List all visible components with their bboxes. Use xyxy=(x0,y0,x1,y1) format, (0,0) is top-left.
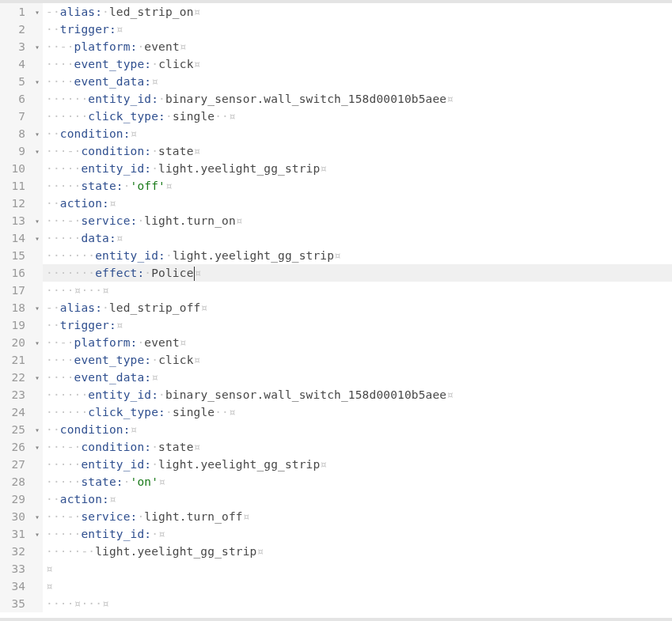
code-line[interactable]: 2··trigger:¤ xyxy=(0,21,672,38)
fold-toggle-icon[interactable]: ▾ xyxy=(32,125,43,142)
fold-toggle-icon[interactable]: ▾ xyxy=(32,525,43,543)
fold-toggle-icon[interactable]: ▾ xyxy=(32,508,43,525)
code-content[interactable]: ·····data:¤ xyxy=(43,229,672,247)
code-content[interactable]: ··-·platform:·event¤ xyxy=(43,38,672,55)
token-key: : xyxy=(144,458,151,471)
code-content[interactable]: -·alias:·led_strip_on¤ xyxy=(43,3,672,21)
code-content[interactable]: ·····entity_id:·¤ xyxy=(43,525,672,543)
line-number: 11 xyxy=(0,177,32,195)
code-line[interactable]: 4····event_type:·click¤ xyxy=(0,55,672,73)
code-line[interactable]: 29··action:¤ xyxy=(0,490,672,508)
code-line[interactable]: 15·······entity_id:·light.yeelight_gg_st… xyxy=(0,247,672,264)
code-content[interactable]: ····¤···¤ xyxy=(43,282,672,299)
code-line[interactable]: 11·····state:·'off'¤ xyxy=(0,177,672,195)
code-content[interactable]: ······click_type:·single··¤ xyxy=(43,108,672,125)
code-line[interactable]: 21····event_type:·click¤ xyxy=(0,351,672,369)
code-line[interactable]: 17····¤···¤ xyxy=(0,282,672,299)
code-line[interactable]: 13▾···-·service:·light.turn_on¤ xyxy=(0,212,672,229)
code-content[interactable]: ·····entity_id:·light.yeelight_gg_strip¤ xyxy=(43,456,672,473)
token-val: light.yeelight_gg_strip xyxy=(158,162,320,175)
code-line[interactable]: 14▾·····data:¤ xyxy=(0,229,672,247)
token-ws: ······· xyxy=(46,267,95,279)
token-ws: ····· xyxy=(46,180,81,192)
token-eol: ¤ xyxy=(151,371,158,384)
code-content[interactable]: ··trigger:¤ xyxy=(43,21,672,38)
code-content[interactable]: ·····state:·'off'¤ xyxy=(43,177,672,195)
code-content[interactable]: ·····-·light.yeelight_gg_strip¤ xyxy=(43,543,672,560)
code-line[interactable]: 9▾···-·condition:·state¤ xyxy=(0,142,672,160)
code-line[interactable]: 26▾···-·condition:·state¤ xyxy=(0,438,672,456)
token-ws: ···-· xyxy=(46,145,81,157)
code-line[interactable]: 6······entity_id:·binary_sensor.wall_swi… xyxy=(0,90,672,108)
code-line[interactable]: 19··trigger:¤ xyxy=(0,316,672,334)
fold-toggle-icon[interactable]: ▾ xyxy=(32,369,43,386)
fold-toggle-icon[interactable]: ▾ xyxy=(32,212,43,229)
fold-toggle-icon[interactable]: ▾ xyxy=(32,142,43,160)
token-ws: ···· xyxy=(46,284,74,297)
code-content[interactable]: ······entity_id:·binary_sensor.wall_swit… xyxy=(43,386,672,403)
code-line[interactable]: 28·····state:·'on'¤ xyxy=(0,473,672,490)
code-content[interactable]: ···-·service:·light.turn_on¤ xyxy=(43,212,672,229)
code-content[interactable]: ·······entity_id:·light.yeelight_gg_stri… xyxy=(43,247,672,264)
code-line[interactable]: 20▾··-·platform:·event¤ xyxy=(0,334,672,351)
code-content[interactable]: ·····state:·'on'¤ xyxy=(43,473,672,490)
code-content[interactable]: ···-·service:·light.turn_off¤ xyxy=(43,508,672,525)
code-content[interactable]: ···-·condition:·state¤ xyxy=(43,438,672,456)
code-content[interactable]: ····event_data:¤ xyxy=(43,73,672,90)
code-content[interactable]: ····¤···¤ xyxy=(43,595,672,612)
fold-toggle-icon[interactable]: ▾ xyxy=(32,229,43,247)
code-line[interactable]: 10·····entity_id:·light.yeelight_gg_stri… xyxy=(0,160,672,177)
code-content[interactable]: ·····entity_id:·light.yeelight_gg_strip¤ xyxy=(43,160,672,177)
code-line[interactable]: 8▾··condition:¤ xyxy=(0,125,672,142)
code-content[interactable]: ··action:¤ xyxy=(43,490,672,508)
code-content[interactable]: ····event_type:·click¤ xyxy=(43,55,672,73)
fold-toggle-icon[interactable]: ▾ xyxy=(32,438,43,456)
code-content[interactable]: ··trigger:¤ xyxy=(43,316,672,334)
code-line[interactable]: 27·····entity_id:·light.yeelight_gg_stri… xyxy=(0,456,672,473)
fold-toggle-icon[interactable]: ▾ xyxy=(32,3,43,21)
code-line[interactable]: 23······entity_id:·binary_sensor.wall_sw… xyxy=(0,386,672,403)
code-content[interactable]: ··condition:¤ xyxy=(43,421,672,438)
token-key: entity_id xyxy=(81,528,144,540)
fold-toggle-icon[interactable]: ▾ xyxy=(32,73,43,90)
token-ws: -· xyxy=(46,6,60,18)
code-content[interactable]: -·alias:·led_strip_off¤ xyxy=(43,299,672,316)
token-ws: ······· xyxy=(46,249,95,262)
code-editor[interactable]: 1▾-·alias:·led_strip_on¤2··trigger:¤3▾··… xyxy=(0,0,672,621)
fold-toggle-icon[interactable]: ▾ xyxy=(32,38,43,55)
code-line[interactable]: 30▾···-·service:·light.turn_off¤ xyxy=(0,508,672,525)
code-content[interactable]: ··-·platform:·event¤ xyxy=(43,334,672,351)
code-line[interactable]: 18▾-·alias:·led_strip_off¤ xyxy=(0,299,672,316)
code-line[interactable]: 32·····-·light.yeelight_gg_strip¤ xyxy=(0,543,672,560)
code-line[interactable]: 22▾····event_data:¤ xyxy=(0,369,672,386)
code-line[interactable]: 35····¤···¤ xyxy=(0,595,672,612)
code-line[interactable]: 24······click_type:·single··¤ xyxy=(0,403,672,421)
fold-toggle-icon[interactable]: ▾ xyxy=(32,334,43,351)
code-line[interactable]: 34¤ xyxy=(0,577,672,595)
fold-toggle-icon[interactable]: ▾ xyxy=(32,421,43,438)
code-line[interactable]: 16·······effect:·Police¤ xyxy=(0,264,672,282)
fold-toggle-icon[interactable]: ▾ xyxy=(32,299,43,316)
code-content[interactable]: ··condition:¤ xyxy=(43,125,672,142)
code-content[interactable]: ¤ xyxy=(43,577,672,595)
code-line[interactable]: 31▾·····entity_id:·¤ xyxy=(0,525,672,543)
token-key: : xyxy=(95,6,102,18)
token-eol: ¤ xyxy=(194,145,201,157)
code-line[interactable]: 5▾····event_data:¤ xyxy=(0,73,672,90)
code-line[interactable]: 25▾··condition:¤ xyxy=(0,421,672,438)
code-content[interactable]: ··action:¤ xyxy=(43,195,672,212)
code-content[interactable]: ····event_type:·click¤ xyxy=(43,351,672,369)
fold-toggle-icon xyxy=(32,473,43,490)
line-number: 28 xyxy=(0,473,32,490)
code-line[interactable]: 3▾··-·platform:·event¤ xyxy=(0,38,672,55)
code-line[interactable]: 1▾-·alias:·led_strip_on¤ xyxy=(0,3,672,21)
code-content[interactable]: ···-·condition:·state¤ xyxy=(43,142,672,160)
code-line[interactable]: 7······click_type:·single··¤ xyxy=(0,108,672,125)
code-content[interactable]: ······click_type:·single··¤ xyxy=(43,403,672,421)
code-content[interactable]: ····event_data:¤ xyxy=(43,369,672,386)
code-content[interactable]: ······entity_id:·binary_sensor.wall_swit… xyxy=(43,90,672,108)
code-line[interactable]: 12··action:¤ xyxy=(0,195,672,212)
code-content[interactable]: ¤ xyxy=(43,560,672,577)
code-content[interactable]: ·······effect:·Police¤ xyxy=(43,264,672,282)
code-line[interactable]: 33¤ xyxy=(0,560,672,577)
